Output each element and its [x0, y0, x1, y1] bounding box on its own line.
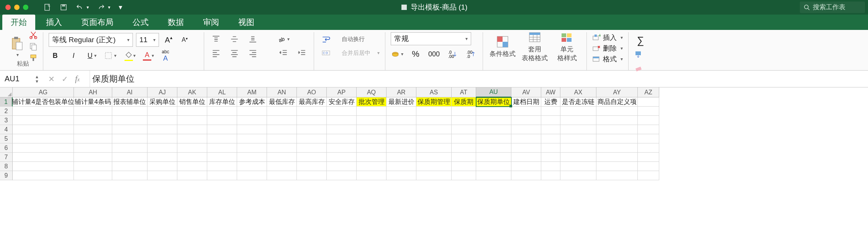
cell-AQ9[interactable]	[357, 171, 387, 180]
cell-AH1[interactable]: 辅计量4条码	[74, 97, 112, 107]
cell-AR4[interactable]	[387, 125, 416, 134]
cell-AU5[interactable]	[476, 134, 511, 143]
cell-AY6[interactable]	[596, 143, 638, 153]
cell-AQ2[interactable]	[357, 107, 387, 116]
cell-AI3[interactable]	[112, 116, 147, 125]
cell-AO8[interactable]	[297, 162, 327, 171]
cell-AN9[interactable]	[267, 171, 297, 180]
cell-AX2[interactable]	[560, 107, 596, 116]
column-header-AP[interactable]: AP	[327, 87, 357, 97]
row-header-4[interactable]: 4	[0, 125, 13, 134]
cell-AZ3[interactable]	[638, 116, 659, 125]
column-header-AM[interactable]: AM	[237, 87, 267, 97]
cell-AT9[interactable]	[452, 171, 476, 180]
column-header-AG[interactable]: AG	[13, 87, 74, 97]
cell-AR6[interactable]	[387, 143, 416, 153]
phonetic-button[interactable]: abc A	[159, 49, 172, 62]
undo-button[interactable]: ▾	[76, 3, 89, 11]
cell-AN6[interactable]	[267, 143, 297, 153]
align-bottom-icon[interactable]	[246, 33, 259, 46]
cell-AH7[interactable]	[74, 153, 112, 162]
tab-review[interactable]: 审阅	[195, 15, 228, 30]
cell-AS1[interactable]: 保质期管理	[416, 97, 452, 107]
cell-AW7[interactable]	[541, 153, 560, 162]
cell-AN8[interactable]	[267, 162, 297, 171]
cell-AL2[interactable]	[207, 107, 237, 116]
cell-AL3[interactable]	[207, 116, 237, 125]
cell-AS8[interactable]	[416, 162, 452, 171]
fullscreen-window-icon[interactable]	[23, 5, 28, 10]
cell-AY5[interactable]	[596, 134, 638, 143]
column-header-AI[interactable]: AI	[112, 87, 147, 97]
cell-AJ7[interactable]	[147, 153, 177, 162]
cell-AK4[interactable]	[177, 125, 207, 134]
cell-AV1[interactable]: 建档日期	[511, 97, 541, 107]
cell-AG8[interactable]	[13, 162, 74, 171]
cell-AI1[interactable]: 报表辅单位	[112, 97, 147, 107]
cell-AR1[interactable]: 最新进价	[387, 97, 416, 107]
cell-AP7[interactable]	[327, 153, 357, 162]
comma-button[interactable]: 000	[427, 48, 441, 61]
cell-AH9[interactable]	[74, 171, 112, 180]
cell-AS2[interactable]	[416, 107, 452, 116]
bold-button[interactable]: B	[49, 49, 62, 62]
column-header-AL[interactable]: AL	[207, 87, 237, 97]
format-as-table-button[interactable]: 套用 表格格式	[521, 30, 549, 63]
cell-AO6[interactable]	[297, 143, 327, 153]
cell-AW2[interactable]	[541, 107, 560, 116]
cell-AY4[interactable]	[596, 125, 638, 134]
align-right-icon[interactable]	[246, 46, 259, 59]
cell-AG1[interactable]: 辅计量4是否包装单位	[13, 97, 74, 107]
align-left-icon[interactable]	[210, 46, 223, 59]
cell-AQ4[interactable]	[357, 125, 387, 134]
cell-AU8[interactable]	[476, 162, 511, 171]
cell-AZ6[interactable]	[638, 143, 659, 153]
cell-AM4[interactable]	[237, 125, 267, 134]
cell-AH2[interactable]	[74, 107, 112, 116]
insert-cells-button[interactable]: + 插入▾	[592, 33, 623, 42]
cell-AV5[interactable]	[511, 134, 541, 143]
cell-AG3[interactable]	[13, 116, 74, 125]
cell-AJ6[interactable]	[147, 143, 177, 153]
cell-AH3[interactable]	[74, 116, 112, 125]
cell-AO1[interactable]: 最高库存	[297, 97, 327, 107]
cell-AH4[interactable]	[74, 125, 112, 134]
cell-AN1[interactable]: 最低库存	[267, 97, 297, 107]
cell-AJ4[interactable]	[147, 125, 177, 134]
cell-AL1[interactable]: 库存单位	[207, 97, 237, 107]
cell-AK2[interactable]	[177, 107, 207, 116]
search-box[interactable]	[800, 2, 865, 13]
cell-AY2[interactable]	[596, 107, 638, 116]
cell-AM5[interactable]	[237, 134, 267, 143]
customize-qat-icon[interactable]: ▾	[119, 3, 122, 12]
column-header-AZ[interactable]: AZ	[638, 87, 659, 97]
cell-AZ5[interactable]	[638, 134, 659, 143]
cell-AU1[interactable]: 保质期单位	[476, 97, 511, 107]
cell-AX6[interactable]	[560, 143, 596, 153]
cell-AS7[interactable]	[416, 153, 452, 162]
cell-AQ7[interactable]	[357, 153, 387, 162]
font-family-select[interactable]: 等线 Regular (正文) ▾	[49, 33, 133, 47]
cell-AV3[interactable]	[511, 116, 541, 125]
font-size-select[interactable]: 11 ▾	[136, 33, 159, 47]
decrease-decimal-icon[interactable]: .00.0	[464, 48, 477, 61]
cell-AJ1[interactable]: 采购单位	[147, 97, 177, 107]
cell-AR2[interactable]	[387, 107, 416, 116]
column-header-AR[interactable]: AR	[387, 87, 416, 97]
column-header-AT[interactable]: AT	[452, 87, 476, 97]
row-header-1[interactable]: 1	[0, 97, 13, 107]
cell-AK7[interactable]	[177, 153, 207, 162]
column-header-AO[interactable]: AO	[297, 87, 327, 97]
cell-AI4[interactable]	[112, 125, 147, 134]
cell-AX1[interactable]: 是否走冻链	[560, 97, 596, 107]
cell-AI8[interactable]	[112, 162, 147, 171]
delete-cells-button[interactable]: 删除▾	[592, 44, 623, 53]
fill-color-button[interactable]: ▾	[122, 49, 135, 62]
cell-AZ8[interactable]	[638, 162, 659, 171]
cell-AZ4[interactable]	[638, 125, 659, 134]
decrease-indent-icon[interactable]	[277, 46, 290, 59]
cell-AM9[interactable]	[237, 171, 267, 180]
underline-button[interactable]: U▾	[85, 49, 98, 62]
cell-AP1[interactable]: 安全库存	[327, 97, 357, 107]
copy-icon[interactable]	[29, 42, 38, 51]
